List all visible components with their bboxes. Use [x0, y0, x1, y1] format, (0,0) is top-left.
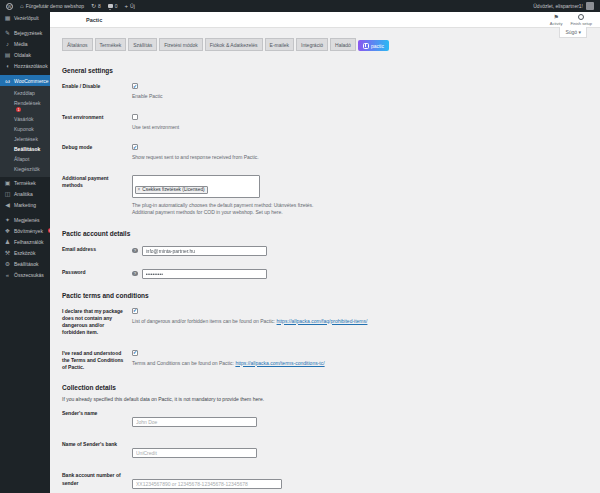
sidebar-item-appearance[interactable]: ✦ Megjelenés	[0, 214, 50, 225]
field-description: Use test environment	[132, 124, 588, 132]
check-icon: ✓	[133, 350, 138, 355]
sidebar-item-users[interactable]: ♟ Felhasználók	[0, 236, 50, 247]
submenu-item-customers[interactable]: Vásárlók	[0, 114, 50, 124]
submenu-item-coupons[interactable]: Kuponok	[0, 124, 50, 134]
comments-menu-icon: ◖	[4, 63, 11, 69]
activity-flag-icon: ⚑	[553, 14, 558, 20]
sidebar-item-collapse[interactable]: « Összecsukás	[0, 269, 50, 280]
submenu-item-orders[interactable]: Rendelések1	[0, 98, 50, 114]
sidebar-item-pages[interactable]: ▤ Oldalak	[0, 49, 50, 60]
settings-tabs: Általános Termékek Szállítás Fizetési mó…	[62, 38, 600, 51]
submenu-item-status[interactable]: Állapot	[0, 154, 50, 164]
tab-general[interactable]: Általános	[62, 38, 93, 51]
sidebar-item-label: Média	[14, 41, 28, 47]
row-sender-bank: Name of Sender's bank	[62, 441, 588, 459]
tab-shipping[interactable]: Szállítás	[128, 38, 157, 51]
sidebar-item-dashboard[interactable]: ▦ Vezérlőpult	[0, 12, 50, 23]
tab-integration[interactable]: Integráció	[296, 38, 328, 51]
row-additional-payment-methods: Additional payment methods × Csekkes fiz…	[62, 175, 588, 217]
posts-icon: ✎	[4, 30, 11, 36]
main-content: Pactic ⚑ Activity Finish setup Súgó ▾ Ál…	[50, 12, 600, 493]
sidebar-item-comments[interactable]: ◖ Hozzászólások	[0, 60, 50, 71]
sidebar-item-posts[interactable]: ✎ Bejegyzések	[0, 27, 50, 38]
enable-checkbox[interactable]: ✓	[132, 83, 138, 89]
sender-bank-field[interactable]	[132, 448, 257, 458]
tab-products[interactable]: Termékek	[95, 38, 127, 51]
row-test-environment: Test environment ✓ Use test environment	[62, 114, 588, 132]
new-content-menu[interactable]: + Új	[125, 3, 135, 9]
sender-name-field[interactable]	[132, 417, 257, 427]
media-icon: ♪	[4, 41, 11, 47]
dangerous-items-checkbox[interactable]: ✓	[132, 308, 138, 314]
terms-conditions-link[interactable]: https://allpacka.com/terms-conditions-tc…	[235, 360, 324, 366]
user-greeting[interactable]: Üdvözlet, elispartner1!	[533, 3, 583, 9]
submenu-item-extensions[interactable]: Kiegészítők	[0, 164, 50, 174]
sidebar-item-media[interactable]: ♪ Média	[0, 38, 50, 49]
updates-indicator[interactable]: ↻ 8	[91, 3, 101, 9]
submenu-item-reports[interactable]: Jelentések	[0, 134, 50, 144]
sidebar-item-marketing[interactable]: ◀ Marketing	[0, 199, 50, 210]
tab-payments[interactable]: Fizetési módok	[159, 38, 203, 51]
section-title-account: Pactic account details	[62, 230, 588, 237]
admin-bar-left: W ⌂ Fürgefutár demo webshop ↻ 8 0 + Új	[6, 3, 135, 10]
sidebar-item-plugins[interactable]: ❖ Bővítmények6	[0, 225, 50, 236]
check-icon: ✓	[133, 308, 138, 313]
sidebar-item-analytics[interactable]: ◫ Analitika	[0, 188, 50, 199]
sidebar-item-label: Felhasználók	[14, 239, 43, 245]
comments-indicator[interactable]: 0	[108, 3, 118, 9]
tab-accounts-privacy[interactable]: Fiókok & Adatkezelés	[205, 38, 263, 51]
activity-button[interactable]: ⚑ Activity	[550, 14, 563, 26]
submenu-item-home[interactable]: Kezdőlap	[0, 88, 50, 98]
row-bank-account-number: Bank account number of sender	[62, 472, 588, 490]
sidebar-item-label: Analitika	[14, 191, 33, 197]
sidebar-item-label: Vezérlőpult	[14, 15, 39, 21]
wordpress-menu[interactable]: W	[6, 3, 13, 10]
bank-account-field[interactable]	[132, 479, 282, 489]
tab-pactic-active[interactable]: pactic	[358, 40, 389, 51]
progress-ring-icon	[578, 14, 584, 20]
payment-desc-line2: Additional payment methods for COD in yo…	[132, 209, 588, 217]
orders-badge: 1	[16, 107, 21, 112]
debug-mode-checkbox[interactable]: ✓	[132, 144, 138, 150]
sidebar-item-woocommerce[interactable]: ω WooCommerce	[0, 75, 50, 86]
users-icon: ♟	[4, 239, 11, 245]
submenu-item-settings[interactable]: Beállítások	[0, 144, 50, 154]
woocommerce-icon: ω	[4, 78, 11, 84]
help-icon[interactable]: ?	[132, 271, 138, 277]
appearance-icon: ✦	[4, 217, 11, 223]
help-icon[interactable]: ?	[132, 248, 138, 254]
sidebar-item-products[interactable]: ▣ Termékek	[0, 177, 50, 188]
help-tab[interactable]: Súgó ▾	[559, 27, 587, 38]
sidebar-item-settings[interactable]: ⚙ Beállítások	[0, 258, 50, 269]
site-link[interactable]: ⌂ Fürgefutár demo webshop	[20, 3, 84, 9]
plugins-icon: ❖	[4, 228, 11, 234]
tools-icon: ⚒	[4, 250, 11, 256]
check-icon: ✓	[133, 145, 138, 150]
sidebar-item-label: Hozzászólások	[14, 63, 48, 69]
sidebar-item-label: Összecsukás	[14, 272, 44, 278]
tab-advanced[interactable]: Haladó	[330, 38, 356, 51]
admin-bar: W ⌂ Fürgefutár demo webshop ↻ 8 0 + Új Ü…	[0, 0, 600, 12]
avatar[interactable]	[586, 2, 594, 10]
terms-conditions-checkbox[interactable]: ✓	[132, 350, 138, 356]
field-label: I've read and understood the Terms and C…	[62, 350, 132, 372]
pages-icon: ▤	[4, 52, 11, 58]
password-field[interactable]	[142, 269, 267, 279]
tab-emails[interactable]: E-mailek	[265, 38, 294, 51]
finish-setup-button[interactable]: Finish setup	[570, 14, 592, 26]
email-field[interactable]	[142, 246, 267, 256]
payment-method-tag: × Csekkes fizetések (Licensed)	[135, 186, 208, 194]
prohibited-items-link[interactable]: https://allpacka.com/faq/prohibited-item…	[277, 318, 368, 324]
payment-method-tag-label: Csekkes fizetések (Licensed)	[142, 187, 204, 192]
remove-tag-icon[interactable]: ×	[138, 187, 141, 192]
sidebar-item-tools[interactable]: ⚒ Eszközök	[0, 247, 50, 258]
row-password: Password ?	[62, 269, 588, 279]
payment-methods-multiselect[interactable]: × Csekkes fizetések (Licensed)	[132, 175, 260, 198]
field-label: Email address	[62, 246, 132, 256]
comments-count: 0	[115, 3, 118, 9]
dashboard-icon: ▦	[4, 15, 11, 21]
admin-sidebar: ▦ Vezérlőpult ✎ Bejegyzések ♪ Média ▤ Ol…	[0, 12, 50, 493]
test-environment-checkbox[interactable]: ✓	[132, 114, 138, 120]
field-label: Enable / Disable	[62, 83, 132, 101]
collection-note: If you already specified this default da…	[62, 396, 588, 402]
